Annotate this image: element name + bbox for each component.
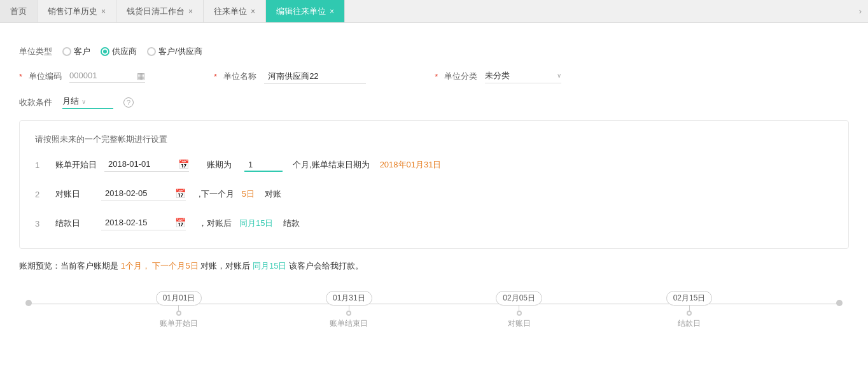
preview-section: 账期预览：当前客户账期是 1个月， 下一个月5日 对账，对账后 同月15日 该客… bbox=[19, 251, 849, 342]
preview-text: 账期预览：当前客户账期是 1个月， 下一个月5日 对账，对账后 同月15日 该客… bbox=[19, 260, 849, 272]
unit-type-row: 单位类型 客户 供应商 客户/供应商 bbox=[19, 46, 849, 57]
tab-cash-work-label: 钱货日清工作台 bbox=[127, 6, 185, 17]
period-row-1: 1 账单开始日 📅 账期为 个月,账单结束日期为 2018年01月31日 bbox=[35, 158, 833, 172]
unit-category-select[interactable]: 未分类 ∨ bbox=[485, 70, 561, 83]
timeline-end bbox=[836, 300, 843, 306]
chevron-down-icon: ∨ bbox=[81, 98, 86, 105]
timeline-container: 01月01日 账单开始日 01月31日 账单结束日 02月05日 对账日 bbox=[25, 291, 843, 329]
payment-terms-select[interactable]: 月结 ∨ bbox=[62, 95, 113, 109]
radio-supplier-label: 供应商 bbox=[112, 46, 137, 57]
period-field-label-3: 结款日 bbox=[55, 218, 94, 229]
close-icon[interactable]: × bbox=[251, 7, 255, 16]
tab-edit-partner[interactable]: 编辑往来单位 × bbox=[266, 0, 345, 22]
timeline-node-4: 02月15日 结款日 bbox=[666, 291, 713, 329]
tab-sales-history[interactable]: 销售订单历史 × bbox=[38, 0, 116, 22]
radio-circle-both bbox=[147, 47, 156, 56]
radio-group: 客户 供应商 客户/供应商 bbox=[62, 46, 202, 57]
calendar-icon[interactable]: ▦ bbox=[137, 71, 145, 81]
period-date-field-3[interactable] bbox=[101, 216, 171, 229]
calendar-icon-2[interactable]: 📅 bbox=[175, 188, 186, 199]
unit-category-group: * 单位分类 未分类 ∨ bbox=[435, 70, 561, 83]
unit-code-input-wrapper: ▦ bbox=[69, 71, 145, 83]
period-num-2: 2 bbox=[35, 190, 48, 199]
period-date-input-3: 📅 bbox=[101, 216, 186, 230]
tab-home[interactable]: 首页 bbox=[0, 0, 38, 22]
required-star-cat: * bbox=[435, 72, 438, 81]
period-desc-highlight-3: 同月15日 bbox=[239, 218, 273, 229]
payment-terms-row: 收款条件 月结 ∨ ? bbox=[19, 95, 849, 109]
radio-customer-label: 客户 bbox=[74, 46, 90, 57]
timeline-start bbox=[25, 300, 32, 306]
unit-name-input[interactable] bbox=[264, 69, 366, 84]
unit-category-value: 未分类 bbox=[485, 70, 510, 81]
tab-partner-label: 往来单位 bbox=[214, 6, 247, 17]
radio-supplier[interactable]: 供应商 bbox=[101, 46, 137, 57]
close-icon[interactable]: × bbox=[188, 7, 193, 16]
question-icon[interactable]: ? bbox=[123, 97, 134, 108]
period-date-input-1: 📅 bbox=[104, 158, 189, 172]
unit-code-label: 单位编码 bbox=[29, 71, 62, 82]
radio-both-label: 客户/供应商 bbox=[158, 46, 202, 57]
payment-terms-value: 月结 bbox=[62, 95, 79, 107]
preview-part1: 1个月， bbox=[121, 261, 150, 271]
close-icon[interactable]: × bbox=[101, 7, 106, 16]
chevron-down-icon: ∨ bbox=[557, 72, 561, 79]
period-row-3: 3 结款日 📅 ，对账后 同月15日 结款 bbox=[35, 216, 833, 230]
preview-part5: 该客户会给我打款。 bbox=[289, 261, 363, 271]
code-name-category-row: * 单位编码 ▦ * 单位名称 * 单位分类 未分类 ∨ bbox=[19, 69, 849, 84]
unit-name-group: * 单位名称 bbox=[214, 69, 366, 84]
period-suffix-1: 个月,账单结束日期为 bbox=[293, 159, 370, 171]
preview-part4: 同月15日 bbox=[253, 261, 286, 271]
tab-more-arrow[interactable]: › bbox=[853, 0, 868, 22]
timeline-node-2: 01月31日 账单结束日 bbox=[326, 291, 372, 329]
period-date-input-2: 📅 bbox=[101, 187, 186, 201]
required-star-name: * bbox=[214, 72, 217, 81]
tab-cash-work[interactable]: 钱货日清工作台 × bbox=[116, 0, 204, 22]
timeline-node-1: 01月01日 账单开始日 bbox=[156, 291, 202, 329]
close-icon[interactable]: × bbox=[330, 7, 334, 16]
period-desc-suffix-3: 结款 bbox=[283, 218, 300, 229]
calendar-icon-1[interactable]: 📅 bbox=[178, 159, 189, 169]
payment-terms-label: 收款条件 bbox=[19, 97, 52, 108]
period-prefix-1: 账期为 bbox=[207, 159, 232, 171]
period-field-label-2: 对账日 bbox=[55, 188, 94, 200]
period-date-field-1[interactable] bbox=[104, 158, 174, 170]
period-num-3: 3 bbox=[35, 219, 48, 229]
radio-circle-customer bbox=[62, 47, 71, 56]
unit-code-input[interactable] bbox=[69, 71, 133, 80]
period-title: 请按照未来的一个完整帐期进行设置 bbox=[35, 134, 833, 145]
preview-part3: 对账，对账后 bbox=[200, 261, 250, 271]
period-end-date-1: 2018年01月31日 bbox=[380, 159, 442, 171]
unit-code-group: * 单位编码 ▦ bbox=[19, 71, 145, 83]
preview-label: 账期预览：当前客户账期是 bbox=[19, 261, 118, 271]
radio-customer[interactable]: 客户 bbox=[62, 46, 90, 57]
period-desc-suffix-2: 对账 bbox=[265, 188, 281, 200]
tab-bar: 首页 销售订单历史 × 钱货日清工作台 × 往来单位 × 编辑往来单位 × › bbox=[0, 0, 868, 23]
unit-category-label: 单位分类 bbox=[444, 71, 477, 82]
radio-both[interactable]: 客户/供应商 bbox=[147, 46, 202, 57]
tab-home-label: 首页 bbox=[10, 6, 27, 17]
tab-edit-partner-label: 编辑往来单位 bbox=[276, 6, 326, 17]
tab-sales-history-label: 销售订单历史 bbox=[48, 6, 97, 17]
period-box: 请按照未来的一个完整帐期进行设置 1 账单开始日 📅 账期为 个月,账单结束日期… bbox=[19, 120, 849, 249]
main-content: 单位类型 客户 供应商 客户/供应商 * 单位编码 ▦ bbox=[0, 23, 868, 387]
period-desc-prefix-2: ,下一个月 bbox=[199, 188, 234, 200]
timeline-node-3: 02月05日 对账日 bbox=[496, 291, 542, 329]
period-desc-highlight-2: 5日 bbox=[242, 188, 255, 200]
calendar-icon-3[interactable]: 📅 bbox=[175, 218, 186, 228]
preview-part2: 下一个月5日 bbox=[152, 261, 198, 271]
period-date-field-2[interactable] bbox=[101, 187, 171, 199]
period-month-input[interactable] bbox=[244, 158, 283, 172]
period-field-label-1: 账单开始日 bbox=[55, 159, 97, 171]
period-desc-prefix-3: ，对账后 bbox=[199, 218, 232, 229]
radio-circle-supplier bbox=[101, 47, 109, 56]
unit-type-label: 单位类型 bbox=[19, 46, 52, 57]
period-row-2: 2 对账日 📅 ,下一个月 5日 对账 bbox=[35, 187, 833, 201]
required-star: * bbox=[19, 72, 22, 81]
period-num-1: 1 bbox=[35, 160, 48, 170]
tab-partner[interactable]: 往来单位 × bbox=[204, 0, 266, 22]
unit-name-label: 单位名称 bbox=[223, 71, 256, 82]
